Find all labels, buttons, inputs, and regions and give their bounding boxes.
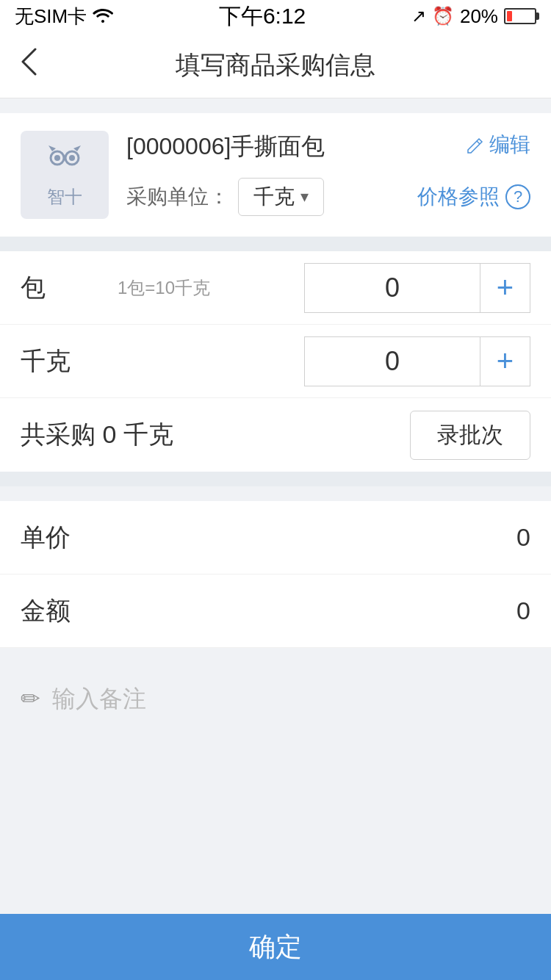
unit-dropdown-arrow: ▾ xyxy=(300,187,309,206)
kg-input[interactable]: 0 xyxy=(304,336,480,386)
input-section: 包 1包=10千克 0 + 千克 0 + xyxy=(0,251,551,472)
kg-input-row: 千克 0 + xyxy=(0,325,551,398)
amount-row: 金额 0 xyxy=(0,574,551,648)
product-header: [0000006]手撕面包 编辑 xyxy=(126,131,530,163)
wifi-icon xyxy=(93,5,113,28)
amount-label: 金额 xyxy=(21,594,71,628)
section-divider-2 xyxy=(0,472,551,486)
unit-label: 采购单位： xyxy=(126,183,229,211)
product-name: [0000006]手撕面包 xyxy=(126,131,466,163)
battery-fill xyxy=(507,11,512,21)
bao-input-row: 包 1包=10千克 0 + xyxy=(0,251,551,325)
unit-select[interactable]: 千克 ▾ xyxy=(238,178,324,216)
product-logo: 智十 xyxy=(43,142,87,209)
main-content: 智十 [0000006]手撕面包 编辑 采购单位： xyxy=(0,113,551,898)
unit-price-value: 0 xyxy=(516,523,530,552)
product-info: [0000006]手撕面包 编辑 采购单位： 千克 ▾ xyxy=(126,131,530,216)
kg-label: 千克 xyxy=(21,345,109,378)
price-reference-button[interactable]: 价格参照 ? xyxy=(417,183,530,211)
bao-controls: 0 + xyxy=(304,263,530,313)
carrier-text: 无SIM卡 xyxy=(15,4,87,29)
svg-point-2 xyxy=(54,155,60,161)
svg-point-3 xyxy=(69,155,75,161)
confirm-button-label: 确定 xyxy=(249,929,302,965)
product-unit-row: 采购单位： 千克 ▾ 价格参照 ? xyxy=(126,178,530,216)
product-card: 智十 [0000006]手撕面包 编辑 采购单位： xyxy=(0,113,551,237)
unit-price-label: 单价 xyxy=(21,521,71,555)
summary-text: 共采购 0 千克 xyxy=(21,418,173,452)
confirm-button[interactable]: 确定 xyxy=(0,914,551,980)
kg-plus-button[interactable]: + xyxy=(480,336,530,386)
status-right: ↗ ⏰ 20% xyxy=(411,5,536,28)
back-button[interactable] xyxy=(21,48,37,83)
notes-icon: ✏ xyxy=(21,685,40,713)
notes-placeholder: 输入备注 xyxy=(52,683,146,716)
status-time: 下午6:12 xyxy=(219,1,306,32)
nav-bar: 填写商品采购信息 xyxy=(0,32,551,98)
location-icon: ↗ xyxy=(411,6,426,26)
status-left: 无SIM卡 xyxy=(15,4,113,29)
bao-label: 包 xyxy=(21,271,109,305)
summary-row: 共采购 0 千克 录批次 xyxy=(0,398,551,472)
battery-icon xyxy=(504,8,536,24)
kg-controls: 0 + xyxy=(304,336,530,386)
notes-section[interactable]: ✏ 输入备注 xyxy=(0,663,551,751)
battery-percent: 20% xyxy=(460,5,498,28)
bao-sublabel: 1包=10千克 xyxy=(118,276,210,300)
status-bar: 无SIM卡 下午6:12 ↗ ⏰ 20% xyxy=(0,0,551,32)
alarm-icon: ⏰ xyxy=(432,6,454,26)
product-logo-text: 智十 xyxy=(43,185,87,209)
bao-plus-button[interactable]: + xyxy=(480,263,530,313)
edit-button[interactable]: 编辑 xyxy=(466,131,530,159)
unit-price-row: 单价 0 xyxy=(0,501,551,574)
info-icon: ? xyxy=(505,184,530,209)
page-title: 填写商品采购信息 xyxy=(176,48,375,82)
section-divider-1 xyxy=(0,237,551,251)
record-batch-button[interactable]: 录批次 xyxy=(410,411,530,460)
bottom-spacer xyxy=(0,751,551,898)
price-section: 单价 0 金额 0 xyxy=(0,501,551,648)
product-image: 智十 xyxy=(21,131,109,219)
amount-value: 0 xyxy=(516,597,530,625)
bao-input[interactable]: 0 xyxy=(304,263,480,313)
